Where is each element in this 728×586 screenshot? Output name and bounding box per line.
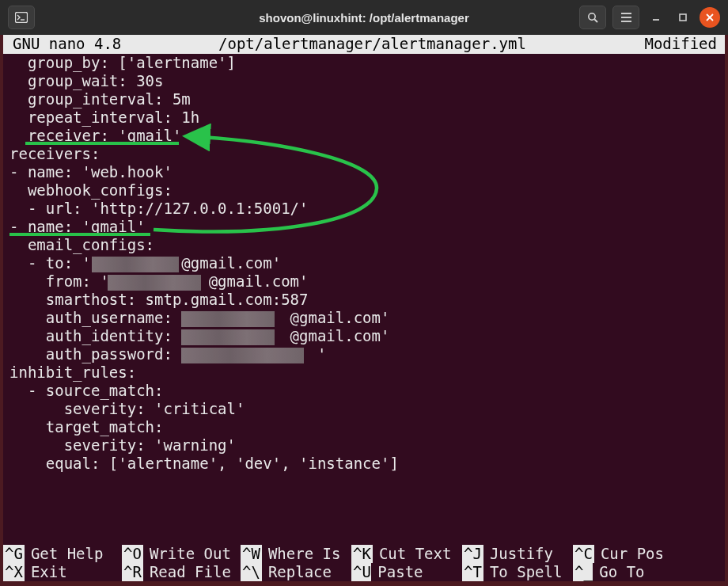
nano-shortcut-key: ^X — [3, 563, 25, 581]
file-line: email_configs: — [3, 236, 725, 254]
svg-rect-8 — [680, 14, 686, 21]
nano-shortcut: ^\Replace — [241, 563, 351, 581]
search-button[interactable] — [579, 6, 606, 29]
redaction-box — [181, 311, 275, 327]
file-line: repeat_interval: 1h — [3, 108, 725, 127]
file-line: group_wait: 30s — [3, 72, 725, 90]
nano-shortcut-key: ^T — [462, 563, 483, 581]
close-icon — [705, 13, 715, 22]
maximize-button[interactable] — [673, 7, 693, 28]
nano-shortcut-label: Where Is — [262, 545, 341, 563]
window-titlebar: shovon@linuxhint: /opt/alertmanager — [0, 0, 728, 35]
nano-shortcut-key: ^C — [573, 545, 594, 563]
nano-shortcut-label: Paste Text — [371, 563, 462, 581]
nano-shortcut: ^WWhere Is — [241, 545, 351, 563]
file-line: inhibit_rules: — [3, 363, 725, 382]
minimize-icon — [651, 13, 661, 22]
redaction-box — [181, 329, 275, 345]
file-line: auth_username: ' @gmail.com' — [3, 309, 725, 327]
nano-shortcut-key: ^J — [462, 545, 483, 563]
nano-shortcut: ^JJustify — [462, 545, 573, 563]
file-line: severity: 'critical' — [3, 400, 725, 418]
svg-point-2 — [588, 13, 594, 19]
svg-line-3 — [594, 19, 597, 22]
file-line: - url: 'http://127.0.0.1:5001/' — [3, 200, 725, 218]
nano-shortcut-label: Justify — [483, 545, 553, 563]
file-line: smarthost: smtp.gmail.com:587 — [3, 291, 725, 309]
annotation-underline — [25, 142, 179, 145]
file-line: auth_identity: ' @gmail.com' — [3, 327, 725, 345]
nano-shortcut-key: ^_ — [573, 563, 593, 581]
nano-shortcut-label: Get Help — [25, 545, 104, 563]
nano-shortcut: ^GGet Help — [3, 545, 122, 563]
file-line: receivers: — [3, 145, 725, 163]
nano-shortcut-label: Cut Text — [373, 545, 452, 563]
search-icon — [587, 12, 599, 24]
new-terminal-button[interactable] — [8, 6, 35, 29]
nano-shortcut-label: To Spell — [483, 563, 563, 581]
svg-rect-0 — [16, 13, 28, 23]
nano-shortcut: ^OWrite Out — [122, 545, 241, 563]
redaction-box — [92, 257, 179, 272]
file-line: webhook_configs: — [3, 181, 725, 200]
nano-shortcut-key: ^\ — [241, 563, 262, 581]
nano-shortcut: ^RRead File — [122, 563, 241, 581]
nano-shortcut-label: Replace — [262, 563, 332, 581]
nano-shortcut: ^_Go To Line — [573, 563, 684, 581]
file-line: group_interval: 5m — [3, 90, 725, 108]
hamburger-icon — [620, 13, 632, 22]
nano-shortcut-label: Write Out — [143, 545, 231, 563]
redaction-box — [181, 348, 304, 363]
redaction-box — [108, 275, 201, 291]
nano-shortcut-bar: ^GGet Help^OWrite Out^WWhere Is^KCut Tex… — [3, 545, 725, 581]
nano-text-area[interactable]: group_by: ['alertname'] group_wait: 30s … — [3, 54, 725, 473]
file-line: target_match: — [3, 418, 725, 436]
nano-shortcut-key: ^R — [122, 563, 143, 581]
file-line: auth_password: ' ' — [3, 345, 725, 363]
minimize-button[interactable] — [646, 7, 666, 28]
nano-shortcut-key: ^W — [241, 545, 262, 563]
nano-shortcut-label: Cur Pos — [594, 545, 664, 563]
maximize-icon — [678, 13, 688, 22]
terminal[interactable]: GNU nano 4.8 /opt/alertmanager/alertmana… — [3, 35, 725, 581]
file-line: severity: 'warning' — [3, 436, 725, 455]
nano-shortcut-label: Exit — [25, 563, 67, 581]
nano-shortcut-label: Read File — [143, 563, 231, 581]
nano-shortcut: ^CCur Pos — [573, 545, 684, 563]
menu-button[interactable] — [612, 6, 639, 29]
nano-shortcut-key: ^K — [351, 545, 373, 563]
nano-shortcut: ^KCut Text — [351, 545, 462, 563]
annotation-underline — [9, 233, 150, 236]
nano-file-path: /opt/alertmanager/alertmanager.yml — [218, 35, 644, 54]
nano-shortcut: ^TTo Spell — [462, 563, 573, 581]
close-button[interactable] — [700, 7, 720, 28]
nano-shortcut-key: ^O — [122, 545, 143, 563]
nano-shortcut: ^UPaste Text — [351, 563, 462, 581]
nano-modified: Modified — [644, 35, 725, 54]
terminal-icon — [15, 12, 28, 23]
nano-shortcut-label: Go To Line — [593, 563, 684, 581]
nano-shortcut-key: ^G — [3, 545, 25, 563]
file-line: - name: 'web.hook' — [3, 163, 725, 181]
file-line: group_by: ['alertname'] — [3, 54, 725, 72]
nano-header-bar: GNU nano 4.8 /opt/alertmanager/alertmana… — [3, 35, 725, 54]
nano-shortcut-key: ^U — [351, 563, 371, 581]
nano-app-name: GNU nano 4.8 — [13, 35, 218, 54]
file-line: - source_match: — [3, 382, 725, 400]
nano-shortcut: ^XExit — [3, 563, 122, 581]
file-line: equal: ['alertname', 'dev', 'instance'] — [3, 455, 725, 473]
